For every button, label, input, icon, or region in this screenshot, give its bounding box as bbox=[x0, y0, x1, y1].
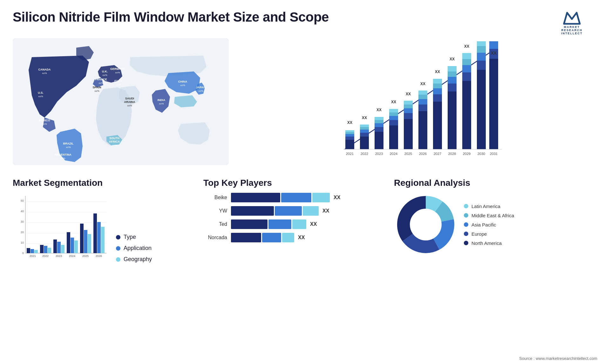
player-bar-2b bbox=[275, 206, 302, 216]
logo-area: MARKET RESEARCH INTELLECT bbox=[546, 10, 597, 35]
svg-rect-40 bbox=[345, 130, 354, 132]
player-name-norcada: Norcada bbox=[203, 235, 227, 240]
svg-rect-133 bbox=[53, 239, 57, 253]
svg-point-154 bbox=[410, 209, 441, 240]
svg-rect-137 bbox=[67, 232, 70, 253]
svg-text:2024: 2024 bbox=[390, 152, 397, 156]
svg-rect-60 bbox=[404, 119, 413, 149]
svg-rect-125 bbox=[27, 248, 30, 253]
svg-text:2027: 2027 bbox=[434, 152, 441, 156]
svg-rect-73 bbox=[433, 94, 442, 102]
svg-rect-143 bbox=[88, 234, 91, 253]
player-xx-norcada: XX bbox=[298, 235, 305, 240]
svg-text:ARGENTINA: ARGENTINA bbox=[54, 153, 71, 156]
svg-text:2029: 2029 bbox=[463, 152, 471, 156]
players-title: Top Key Players bbox=[203, 178, 388, 188]
regional-content: Latin America Middle East & Africa Asia … bbox=[394, 193, 597, 256]
svg-text:2026: 2026 bbox=[419, 152, 427, 156]
svg-rect-55 bbox=[389, 120, 398, 125]
regional-label-mea: Middle East & Africa bbox=[471, 213, 514, 218]
player-xx-beike: XX bbox=[334, 195, 340, 200]
svg-rect-61 bbox=[404, 113, 413, 119]
svg-text:xx%: xx% bbox=[60, 157, 65, 160]
svg-text:SAUDI: SAUDI bbox=[125, 97, 134, 100]
svg-rect-80 bbox=[448, 77, 457, 84]
svg-text:XX: XX bbox=[420, 82, 425, 86]
svg-rect-57 bbox=[389, 112, 398, 116]
svg-text:BRAZIL: BRAZIL bbox=[63, 142, 74, 145]
svg-text:xx%: xx% bbox=[38, 95, 43, 98]
svg-text:XX: XX bbox=[464, 44, 469, 49]
svg-rect-38 bbox=[345, 134, 354, 137]
svg-text:2024: 2024 bbox=[69, 254, 75, 258]
regional-label-na: North America bbox=[471, 240, 502, 246]
player-bar-3c bbox=[292, 219, 306, 229]
svg-text:30: 30 bbox=[21, 220, 24, 223]
regional-dot-latam bbox=[464, 204, 468, 208]
player-name-ted: Ted bbox=[203, 221, 227, 227]
svg-text:ITALY: ITALY bbox=[114, 79, 122, 83]
svg-text:XX: XX bbox=[491, 51, 497, 56]
svg-rect-82 bbox=[448, 66, 457, 71]
svg-text:XX: XX bbox=[450, 57, 455, 61]
growth-bar-chart: XX XX XX XX bbox=[238, 41, 594, 165]
legend-dot-geography bbox=[116, 257, 120, 262]
player-bars-yw bbox=[231, 206, 319, 216]
svg-rect-69 bbox=[418, 95, 427, 99]
svg-text:SOUTH: SOUTH bbox=[109, 137, 119, 140]
svg-text:XX: XX bbox=[376, 108, 382, 112]
svg-text:xx%: xx% bbox=[127, 104, 132, 107]
svg-text:2022: 2022 bbox=[361, 152, 368, 156]
svg-text:xx%: xx% bbox=[42, 123, 47, 125]
svg-rect-46 bbox=[360, 125, 369, 127]
player-bar-1b bbox=[281, 193, 311, 202]
svg-rect-66 bbox=[418, 111, 427, 149]
svg-rect-145 bbox=[93, 213, 97, 253]
regional-label-latam: Latin America bbox=[471, 204, 500, 209]
svg-text:XX: XX bbox=[391, 100, 396, 104]
player-row-norcada: Norcada XX bbox=[203, 233, 388, 242]
svg-rect-146 bbox=[97, 222, 101, 253]
svg-text:50: 50 bbox=[21, 199, 24, 202]
regional-dot-apac bbox=[464, 222, 468, 227]
svg-text:0: 0 bbox=[22, 252, 24, 255]
player-bar-1c bbox=[312, 193, 330, 202]
svg-rect-51 bbox=[375, 120, 383, 123]
player-name-beike: Beike bbox=[203, 195, 227, 200]
svg-rect-126 bbox=[30, 249, 34, 253]
svg-rect-39 bbox=[345, 132, 354, 134]
svg-rect-147 bbox=[101, 227, 105, 253]
svg-rect-87 bbox=[462, 59, 471, 65]
svg-rect-74 bbox=[433, 88, 442, 94]
logo-line3: INTELLECT bbox=[561, 32, 583, 35]
svg-rect-131 bbox=[48, 248, 51, 253]
svg-rect-64 bbox=[404, 101, 413, 104]
player-bar-4a bbox=[231, 233, 261, 242]
player-bars-norcada bbox=[231, 233, 294, 242]
segmentation-chart: 0 10 20 30 40 50 2 bbox=[13, 193, 108, 263]
svg-text:2025: 2025 bbox=[404, 152, 412, 156]
svg-text:2028: 2028 bbox=[448, 152, 456, 156]
svg-text:ARABIA: ARABIA bbox=[124, 100, 135, 104]
svg-rect-142 bbox=[84, 230, 87, 253]
svg-text:2030: 2030 bbox=[478, 152, 485, 156]
svg-text:XX: XX bbox=[347, 120, 352, 125]
svg-text:xx%: xx% bbox=[66, 146, 71, 149]
svg-text:20: 20 bbox=[21, 231, 24, 234]
segmentation-legend: Type Application Geography bbox=[116, 234, 152, 263]
players-section: Top Key Players Beike XX YW bbox=[203, 175, 388, 364]
bar-chart-section: XX XX XX XX bbox=[232, 38, 597, 172]
svg-rect-70 bbox=[418, 91, 427, 95]
player-bar-2a bbox=[231, 206, 274, 216]
svg-text:2022: 2022 bbox=[42, 254, 49, 258]
svg-rect-54 bbox=[389, 125, 398, 149]
svg-text:2031: 2031 bbox=[490, 152, 498, 156]
player-bar-4c bbox=[282, 233, 294, 242]
player-xx-ted: XX bbox=[310, 221, 317, 227]
svg-rect-50 bbox=[375, 123, 383, 127]
svg-text:2026: 2026 bbox=[96, 254, 102, 258]
player-row-ted: Ted XX bbox=[203, 219, 388, 229]
logo-line2: RESEARCH bbox=[561, 29, 583, 32]
svg-rect-98 bbox=[489, 41, 498, 49]
svg-text:40: 40 bbox=[21, 210, 24, 213]
